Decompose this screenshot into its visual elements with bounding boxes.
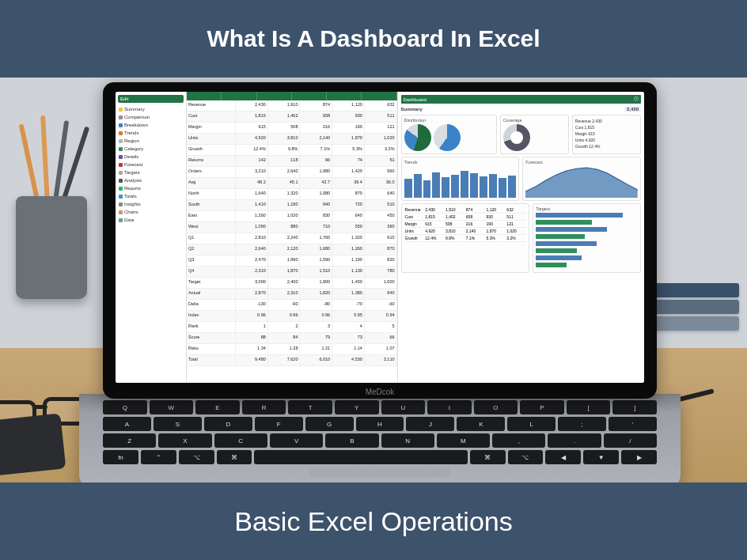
table-cell: -90 [268, 300, 301, 310]
sidebar-item[interactable]: Data [118, 216, 184, 224]
table-cell: 2,240 [268, 233, 301, 244]
table-cell: Avg [187, 178, 236, 188]
bar [489, 174, 497, 198]
table-row[interactable]: South1,4101,180940720510 [187, 200, 397, 211]
table-cell: 1,120 [332, 100, 365, 111]
table-row[interactable]: Delta-130-90-80-70-60 [187, 300, 397, 311]
card-title: Forecast [525, 160, 638, 165]
table-cell: 74 [332, 156, 365, 166]
table-row[interactable]: Avg48.245.142.739.436.0 [187, 178, 397, 189]
table-row[interactable]: Margin615508216190121 [187, 123, 397, 134]
table-cell: 9.8% [445, 235, 465, 241]
sidebar-item[interactable]: Insights [118, 200, 184, 208]
table-cell: 780 [365, 267, 397, 277]
stats-list: Revenue 2,430Cost 1,815Margin 615Units 4… [575, 118, 638, 149]
table-row[interactable]: Ratio1.341.281.211.141.07 [187, 344, 397, 355]
table-cell: 880 [268, 222, 301, 233]
table-row[interactable]: Total9,4807,6206,0104,5303,110 [187, 355, 397, 366]
table-cell: Returns [187, 156, 236, 166]
sidebar-item[interactable]: Category [118, 145, 184, 153]
table-cell: Actual [187, 289, 236, 299]
keyboard-key: . [548, 433, 601, 448]
table-row[interactable]: Q42,3101,8701,5101,130780 [187, 267, 397, 278]
stat-row: Cost 1,815 [575, 124, 638, 131]
sidebar-item[interactable]: Trends [118, 129, 184, 137]
sidebar-item[interactable]: Summary [118, 105, 184, 113]
sidebar-item[interactable]: Breakdown [118, 121, 184, 129]
table-cell: 4,920 [424, 228, 445, 234]
table-row[interactable]: Index0.960.960.960.950.94 [187, 311, 397, 322]
sidebar-item[interactable]: Forecast [118, 161, 184, 168]
table-row[interactable]: Q12,8102,2401,7601,320910 [187, 233, 397, 244]
table-cell: 940 [365, 289, 397, 299]
stat-row: Margin 615 [575, 131, 638, 137]
table-cell: 658 [300, 112, 332, 122]
keyboard-key: W [150, 400, 194, 414]
pie-chart-card: Distribution [401, 115, 497, 154]
table-row[interactable]: Revenue2,4301,9108741,120632 [187, 100, 397, 112]
table-row[interactable]: West1,090880710550390 [187, 222, 397, 233]
table-cell: 1,020 [506, 228, 526, 234]
category-dot-icon [119, 195, 123, 199]
table-cell: 1,640 [236, 189, 268, 199]
table-cell: 550 [332, 222, 365, 233]
keyboard-key: N [381, 433, 434, 448]
sidebar-item[interactable]: Region [118, 137, 184, 145]
keyboard-key: D [204, 417, 252, 431]
sidebar-item[interactable]: Targets [118, 168, 184, 176]
table-row[interactable]: East1,2601,020830640450 [187, 211, 397, 222]
sidebar-item[interactable]: Charts [118, 208, 184, 216]
donut-chart-card: Coverage [500, 115, 569, 154]
bar [499, 178, 506, 198]
hbar [536, 227, 607, 232]
table-cell: 640 [332, 211, 365, 221]
sidebar-item[interactable]: Details [118, 153, 184, 161]
table-row[interactable]: North1,6401,3201,080870640 [187, 189, 397, 200]
sidebar-item[interactable]: Totals [118, 192, 184, 200]
table-row[interactable]: Actual2,8702,3101,8201,380940 [187, 289, 397, 300]
table-row[interactable]: Q22,6402,1201,6801,260870 [187, 244, 397, 255]
sidebar-item-label: Insights [124, 202, 141, 206]
table-cell: 1,820 [300, 289, 332, 299]
table-row[interactable]: Orders3,2102,6401,9801,420960 [187, 167, 397, 178]
table-cell: 1.21 [300, 344, 332, 354]
dashboard-pane: Dashboard ⓘ Summary 2,430 Distribution [398, 92, 644, 383]
sidebar-item[interactable]: Reports [118, 184, 184, 192]
table-cell: 2,870 [236, 289, 268, 299]
keyboard-key: ⌥ [508, 450, 544, 464]
table-cell: 1,680 [300, 244, 332, 255]
sidebar-item[interactable]: Comparison [118, 113, 184, 121]
table-cell: 73 [332, 333, 365, 343]
table-cell: 820 [365, 255, 397, 266]
table-row: Revenue2,4301,9108741,120632 [404, 206, 527, 214]
footer-band: Basic Excel Operations [0, 482, 747, 560]
table-row[interactable]: Rank12345 [187, 322, 397, 333]
table-cell: 870 [365, 244, 397, 255]
table-row[interactable]: Score8884797366 [187, 333, 397, 344]
table-cell: 720 [332, 200, 365, 210]
table-cell: 2,310 [236, 267, 268, 277]
keyboard-key: T [288, 400, 332, 414]
sidebar-item-label: Forecast [124, 162, 142, 167]
pie-chart [404, 124, 431, 151]
table-row[interactable]: Growth12.4%9.8%7.1%5.3%3.2% [187, 145, 397, 156]
keyboard-key: ; [558, 417, 606, 431]
table-row[interactable]: Returns142118967451 [187, 156, 397, 167]
keyboard-key: / [604, 433, 657, 448]
sidebar-item[interactable]: Analysis [118, 176, 184, 184]
table-row[interactable]: Q32,4701,9901,5901,190820 [187, 255, 397, 267]
table-cell: Q3 [187, 255, 236, 266]
table-cell: 1,190 [332, 255, 365, 266]
keyboard-key: A [103, 417, 151, 431]
table-cell: -70 [332, 300, 365, 310]
table-row[interactable]: Target3,0002,4001,9001,4501,000 [187, 278, 397, 289]
category-dot-icon [119, 131, 123, 135]
table-row[interactable]: Units4,9203,8102,1401,8701,020 [187, 134, 397, 145]
table-cell: 508 [268, 123, 301, 133]
table-cell: 1,380 [332, 289, 365, 299]
bar [470, 173, 478, 198]
laptop-screen-frame: Edit SummaryComparisonBreakdownTrendsReg… [103, 82, 657, 399]
table-row[interactable]: Cost1,8151,402658930511 [187, 112, 397, 123]
table-cell: 511 [506, 214, 526, 220]
category-dot-icon [119, 218, 123, 222]
